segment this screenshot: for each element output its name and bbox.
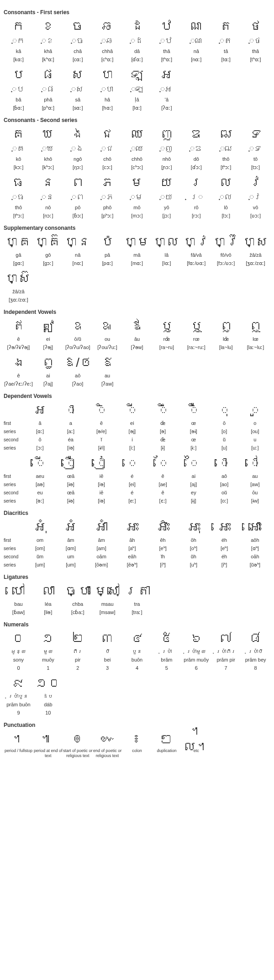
ipa: [iə] xyxy=(55,444,86,451)
empty xyxy=(181,270,211,287)
numeral-glyph: ៣ xyxy=(93,630,122,647)
ipa: [ŋɔː] xyxy=(63,164,93,171)
glyph: អុះ xyxy=(178,519,209,535)
transliteration: ei xyxy=(33,335,63,343)
ipa: [u] xyxy=(209,444,240,451)
subscript: ្ខ xyxy=(33,36,63,47)
numeral-value: 1 xyxy=(33,664,63,672)
subscript: ្ង xyxy=(63,143,93,154)
empty xyxy=(63,296,93,303)
numeral-word: សូន្យ xyxy=(4,648,33,655)
ipa: [lɑː] xyxy=(122,104,152,111)
subscript: ្ស xyxy=(63,84,93,95)
transliteration: é xyxy=(117,489,148,496)
ipa: [aː] xyxy=(55,428,86,435)
transliteration: tâ xyxy=(211,48,241,55)
ipa: [iʰ] xyxy=(209,561,240,568)
glyph: ហ xyxy=(93,67,122,83)
empty xyxy=(211,104,241,111)
empty xyxy=(181,67,211,83)
empty xyxy=(93,701,122,708)
empty xyxy=(122,675,152,692)
ipa: [tʰɑː] xyxy=(152,56,181,63)
transliteration: ŏ xyxy=(209,419,240,427)
empty xyxy=(63,701,93,708)
transliteration: um xyxy=(55,553,86,560)
glyph: ឍ xyxy=(211,126,241,143)
empty xyxy=(211,372,241,379)
ipa: [ɨə] xyxy=(55,497,86,504)
subscript: ្ដ xyxy=(122,36,152,47)
row-label xyxy=(4,519,25,535)
transliteration: ḷâ xyxy=(122,96,152,103)
row-label: second xyxy=(4,436,25,443)
transliteration: hâ xyxy=(93,96,122,103)
punct-glyph: ៕ xyxy=(33,731,63,747)
punct-desc: period at end of text xyxy=(33,748,63,762)
empty xyxy=(93,709,122,716)
glyph: ជ xyxy=(93,126,122,143)
empty xyxy=(241,104,270,111)
empty xyxy=(122,372,152,379)
glyph: ឈ xyxy=(122,126,152,143)
glyph: ឦ xyxy=(33,318,63,334)
glyph: ុ xyxy=(209,402,240,418)
transliteration: iĕ xyxy=(86,489,117,496)
numeral-word: ប្រាំបួន xyxy=(4,693,33,700)
transliteration: mâ xyxy=(122,251,152,259)
empty xyxy=(181,372,211,379)
transliteration: bâ xyxy=(4,96,33,103)
cons1-block2: បផសហឡអ ្ប្ផ្ស្ហ្ឡ្អ bâphâsâhâḷâ'â [ɓɑː][… xyxy=(4,67,270,111)
glyph: ផ xyxy=(33,67,63,83)
glyph: ឿ xyxy=(55,455,86,471)
empty xyxy=(241,288,270,295)
empty xyxy=(152,675,181,692)
ipa: [ao] xyxy=(209,481,240,488)
ipa: [nɑː] xyxy=(63,260,93,267)
glyph: ឯ xyxy=(4,355,33,371)
numeral-glyph: ១០ xyxy=(33,675,63,692)
transliteration: chhô xyxy=(122,155,152,163)
ipa: [ei] xyxy=(117,481,148,488)
glyph: ឮ xyxy=(241,318,270,334)
empty xyxy=(181,693,211,700)
ipa: [o] xyxy=(209,428,240,435)
transliteration: bau xyxy=(4,600,33,608)
subscript: ្ញ xyxy=(152,143,181,154)
ipa: [gɔː] xyxy=(33,260,63,267)
ipa: [oʰ] xyxy=(178,545,209,552)
transliteration: ĕ xyxy=(4,335,33,343)
numeral-value: 3 xyxy=(93,664,122,672)
transliteration: ĭ xyxy=(86,436,117,443)
empty xyxy=(241,583,270,599)
transliteration: ai xyxy=(178,472,209,480)
transliteration: thô xyxy=(211,155,241,163)
glyph: ហ្គ៊ xyxy=(33,234,63,250)
glyph: ធ xyxy=(4,175,33,191)
supp-title: Supplementary consonants xyxy=(4,225,270,231)
transliteration: œă xyxy=(55,489,86,496)
ipa: [ɨ] xyxy=(148,444,178,451)
empty xyxy=(211,583,241,599)
punct-desc: duplication xyxy=(152,748,181,762)
ipa: [ʔə/ʔɨ/ʔəj] xyxy=(4,344,33,351)
transliteration: chhâ xyxy=(93,48,122,55)
transliteration: ŭh xyxy=(178,553,209,560)
ipa: [tʰɔː] xyxy=(211,164,241,171)
ipa: [nɔː] xyxy=(33,212,63,219)
transliteration: kô xyxy=(4,155,33,163)
transliteration: éa xyxy=(55,436,86,443)
ipa: [ʔəj] xyxy=(33,344,63,351)
punct-glyph: ៚ xyxy=(93,731,122,747)
glyph: អុំ xyxy=(25,519,55,535)
ipa: [ɨj] xyxy=(178,497,209,504)
transliteration: œ̆ xyxy=(148,419,178,427)
empty xyxy=(241,380,270,387)
ipa: [ou] xyxy=(240,428,270,435)
empty xyxy=(93,675,122,692)
row-label: first xyxy=(4,472,25,480)
ipa: [iə] xyxy=(86,481,117,488)
empty xyxy=(211,67,241,83)
glyph: ថ xyxy=(241,18,270,35)
depv-block1: អាិីឹឺុូ firstâaĕeiœ̆œŏo series[ɑː][aː][… xyxy=(4,402,270,451)
